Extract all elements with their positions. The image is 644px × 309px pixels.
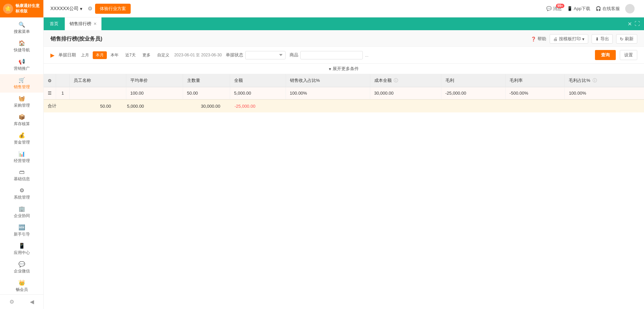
data-table: ⚙ 员工名称 平均单价 主数量 全额 销售收入占比% 成本全额 ⓘ 毛利 毛利率… [44,74,644,99]
sidebar-item-sales[interactable]: 🛒销售管理 [0,74,43,93]
window-close-icon[interactable]: ✕ [628,21,632,27]
sidebar-item-wechat[interactable]: 💬企业微信 [0,258,43,277]
tab-window-buttons: ✕ ⛶ [624,21,644,27]
row-sales-ratio: 100.00% [286,87,370,99]
sidebar-item-label: 销售管理 [14,84,30,90]
date-tab-this-year[interactable]: 本年 [108,51,122,59]
col-settings[interactable]: ⚙ [44,74,56,87]
tabbar: 首页 销售排行榜 ✕ ✕ ⛶ [44,17,644,30]
refresh-icon: ↻ [620,37,624,42]
filter-settings-button[interactable]: 设置 [620,50,637,60]
refresh-button[interactable]: ↻ 刷新 [616,34,637,44]
sidebar-footer: ⚙ ◀ [0,294,43,309]
sidebar: 🌟 畅康通好生意 标准版 🔍搜索菜单🏠快捷导航📢营销推广🛒销售管理🧺采购管理📦库… [0,0,44,309]
guide-icon: 🆕 [18,224,25,230]
page-actions: ❓ 帮助 🖨 按模板打印 ▾ ⬇ 导出 ↻ 刷新 [531,34,637,44]
tab-close-icon[interactable]: ✕ [93,21,97,26]
table-body: ☰ 1 100.00 50.00 5,000.00 100.00% 30,000… [44,87,644,99]
collapse-icon[interactable]: ◀ [29,297,35,306]
col-avg-price: 平均单价 [126,74,183,87]
logo-icon: 🌟 [3,3,13,14]
sidebar-item-label: 企业微信 [14,268,30,274]
topbar: XXXXXX公司 ▾ ⚙ 体验行业方案 💬 消息 99+ 📱 App下载 🎧 在… [44,0,644,17]
expand-more-bar: ▾ 展开更多条件 [44,64,644,74]
operation-icon: 📊 [18,151,25,157]
sidebar-item-member[interactable]: 👑畅会员 [0,277,43,294]
date-tab-7days[interactable]: 近7天 [122,51,139,59]
date-tab-last-month[interactable]: 上月 [78,51,92,59]
sidebar-item-operation[interactable]: 📊经营管理 [0,148,43,166]
member-icon: 👑 [18,279,25,286]
col-cost-amount: 成本全额 ⓘ [370,74,441,87]
sidebar-item-label: 畅会员 [16,287,28,293]
date-tab-this-month[interactable]: 本月 [93,51,107,59]
sidebar-item-system[interactable]: ⚙系统管理 [0,185,43,203]
tab-sales-ranking[interactable]: 销售排行榜 ✕ [65,17,101,30]
sidebar-item-label: 新手引导 [14,231,30,237]
message-icon: 💬 [546,6,552,11]
cost-info-icon[interactable]: ⓘ [394,78,398,83]
settings-icon[interactable]: ⚙ [88,5,92,12]
sidebar-item-label: 基础信息 [14,176,30,182]
query-button[interactable]: 查询 [595,50,616,60]
help-label: 帮助 [538,36,546,42]
expand-conditions-button[interactable]: ▾ 展开更多条件 [329,66,359,72]
support-action[interactable]: 🎧 在线客服 [596,6,620,12]
page-title: 销售排行榜(按业务员) [50,36,531,43]
gross-ratio-info-icon[interactable]: ⓘ [593,78,597,83]
help-action[interactable]: ❓ 帮助 [531,36,546,42]
sidebar-item-marketing[interactable]: 📢营销推广 [0,56,43,74]
col-gross-rate: 毛利率 [505,74,565,87]
search-icon: 🔍 [18,21,25,28]
sidebar-item-finance[interactable]: 💰资金管理 [0,130,43,148]
message-action[interactable]: 💬 消息 99+ [546,6,562,12]
goods-input[interactable] [300,51,363,59]
table-header-row: ⚙ 员工名称 平均单价 主数量 全额 销售收入占比% 成本全额 ⓘ 毛利 毛利率… [44,74,644,87]
sidebar-item-search[interactable]: 🔍搜索菜单 [0,19,43,37]
settings-icon[interactable]: ⚙ [8,297,15,306]
row-settings[interactable]: ☰ [44,87,56,99]
date-filter-group: 单据日期 上月 本月 本年 近7天 更多 自定义 2023-06-01 至 20… [58,51,222,59]
sidebar-item-guide[interactable]: 🆕新手引导 [0,221,43,240]
support-label: 在线客服 [602,6,620,12]
sidebar-item-shortcut[interactable]: 🏠快捷导航 [0,37,43,56]
footer-label: 合计 [48,103,88,109]
goods-filter-label: 商品 [290,52,298,58]
sidebar-item-appstore[interactable]: 📱应用中心 [0,240,43,258]
row-drag-icon: ☰ [48,91,52,96]
sidebar-item-inventory[interactable]: 📦库存核算 [0,111,43,130]
chevron-down-icon: ▾ [329,66,331,71]
date-tabs: 上月 本月 本年 近7天 更多 自定义 [78,51,172,59]
company-selector[interactable]: XXXXXX公司 ▾ [48,4,85,13]
sidebar-item-label: 采购管理 [14,103,30,108]
col-employee-name: 员工名称 [70,74,126,87]
filter-bar: ▶ 单据日期 上月 本月 本年 近7天 更多 自定义 2023-06-01 至 … [44,47,644,64]
sidebar-item-purchase[interactable]: 🧺采购管理 [0,93,43,111]
filter-expand-arrow[interactable]: ▶ [50,52,54,58]
date-tab-more[interactable]: 更多 [139,51,154,59]
tab-home[interactable]: 首页 [44,17,65,30]
export-button[interactable]: ⬇ 导出 [592,34,613,44]
table-footer: 合计 50.00 5,000.00 30,000.00 -25,000.00 [44,99,644,112]
company-name: XXXXXX公司 [50,6,79,12]
table-row: ☰ 1 100.00 50.00 5,000.00 100.00% 30,000… [44,87,644,99]
row-gross: -25,000.00 [441,87,505,99]
sidebar-item-label: 库存核算 [14,121,30,127]
print-button[interactable]: 🖨 按模板打印 ▾ [550,34,588,44]
row-gross-ratio: 100.00% [565,87,644,99]
date-tab-custom[interactable]: 自定义 [154,51,172,59]
status-filter-group: 单据状态 [226,51,286,59]
footer-amount: 5,000.00 [123,104,157,109]
sidebar-item-enterprise[interactable]: 🏢企业协同 [0,203,43,221]
goods-more-icon[interactable]: ... [365,53,369,58]
status-select[interactable] [245,51,286,59]
window-maximize-icon[interactable]: ⛶ [635,21,640,27]
message-badge: 99+ [556,4,564,8]
chevron-down-icon: ▾ [80,6,82,11]
main-content: XXXXXX公司 ▾ ⚙ 体验行业方案 💬 消息 99+ 📱 App下载 🎧 在… [44,0,644,309]
sidebar-item-basic[interactable]: 🗃基础信息 [0,166,43,185]
marketing-icon: 📢 [18,58,25,65]
download-action[interactable]: 📱 App下载 [567,6,590,12]
trial-button[interactable]: 体验行业方案 [95,4,131,14]
avatar[interactable] [625,4,635,13]
